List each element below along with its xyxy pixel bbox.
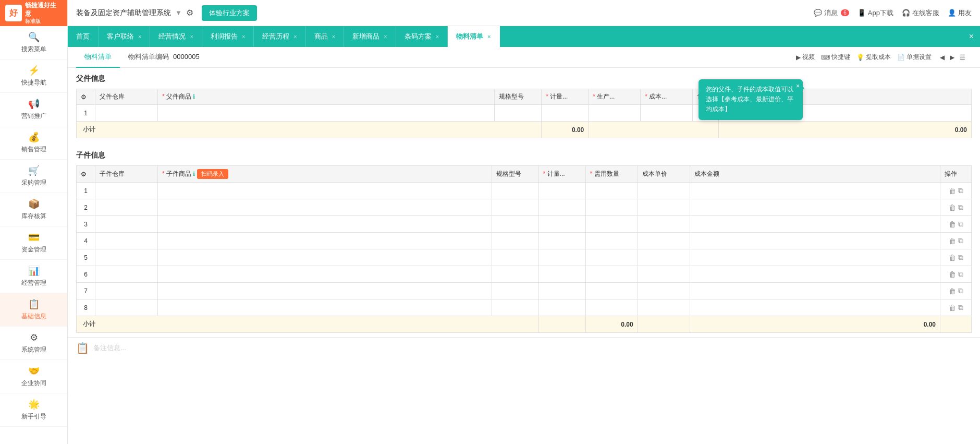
delete-btn[interactable]: 🗑 [949, 236, 956, 245]
parent-warehouse-cell[interactable] [95, 105, 158, 122]
child-amount-cell[interactable] [690, 249, 940, 266]
nav-tab-home[interactable]: 首页 [68, 26, 99, 47]
child-qty-cell[interactable] [585, 266, 638, 283]
sub-tab-bom-code[interactable]: 物料清单编码 0000005 [120, 47, 208, 68]
sidebar-item-system[interactable]: ⚙系统管理 [0, 327, 67, 360]
child-unit-price-cell[interactable] [638, 266, 690, 283]
sidebar-item-inventory[interactable]: 📦库存核算 [0, 193, 67, 226]
child-goods-cell[interactable] [158, 266, 492, 283]
child-warehouse-cell[interactable] [95, 183, 158, 199]
nav-menu-arrow[interactable]: ☰ [958, 53, 967, 62]
child-qty-cell[interactable] [585, 249, 638, 266]
child-amount-cell[interactable] [690, 216, 940, 233]
child-unit-price-cell[interactable] [638, 283, 690, 299]
child-amount-cell[interactable] [690, 266, 940, 283]
delete-btn[interactable]: 🗑 [949, 253, 956, 262]
nav-tab-operation[interactable]: 经营情况× [150, 26, 202, 47]
child-qty-cell[interactable] [585, 216, 638, 233]
video-item[interactable]: ▶ 视频 [796, 53, 815, 62]
copy-btn[interactable]: ⧉ [958, 186, 963, 195]
child-unit-cell[interactable] [538, 183, 585, 199]
parent-unit-cell[interactable] [542, 105, 589, 122]
child-unit-price-cell[interactable] [638, 249, 690, 266]
parent-spec-cell[interactable] [495, 105, 542, 122]
child-unit-cell[interactable] [538, 199, 585, 216]
child-warehouse-cell[interactable] [95, 299, 158, 316]
nav-tab-close-operation[interactable]: × [190, 33, 193, 40]
delete-btn[interactable]: 🗑 [949, 303, 956, 312]
notes-placeholder[interactable]: 备注信息... [93, 343, 126, 353]
copy-btn[interactable]: ⧉ [958, 286, 963, 295]
nav-tab-goods[interactable]: 商品× [306, 26, 344, 47]
child-spec-cell[interactable] [492, 199, 538, 216]
delete-btn[interactable]: 🗑 [949, 286, 956, 295]
child-goods-cell[interactable] [158, 283, 492, 299]
shortcut-item[interactable]: ⌨ 快捷键 [821, 53, 850, 62]
child-qty-cell[interactable] [585, 233, 638, 249]
copy-btn[interactable]: ⧉ [958, 253, 963, 262]
sidebar-item-search[interactable]: 🔍搜索菜单 [0, 26, 67, 59]
child-unit-cell[interactable] [538, 249, 585, 266]
sidebar-item-sales[interactable]: 💰销售管理 [0, 126, 67, 160]
child-amount-cell[interactable] [690, 283, 940, 299]
system-title-arrow[interactable]: ▼ [175, 9, 182, 17]
child-warehouse-cell[interactable] [95, 283, 158, 299]
nav-tab-close-barcode[interactable]: × [436, 33, 439, 40]
child-spec-cell[interactable] [492, 266, 538, 283]
sub-tab-bom-list[interactable]: 物料清单 [76, 47, 120, 68]
child-goods-cell[interactable] [158, 199, 492, 216]
nav-tab-barcode[interactable]: 条码方案× [396, 26, 448, 47]
child-unit-cell[interactable] [538, 299, 585, 316]
nav-tab-customer[interactable]: 客户联络× [99, 26, 150, 47]
child-warehouse-cell[interactable] [95, 249, 158, 266]
delete-btn[interactable]: 🗑 [949, 203, 956, 212]
nav-tab-close-profit[interactable]: × [242, 33, 245, 40]
child-goods-cell[interactable] [158, 299, 492, 316]
child-qty-cell[interactable] [585, 183, 638, 199]
child-unit-cell[interactable] [538, 233, 585, 249]
sidebar-item-basic_info[interactable]: 📋基础信息 [0, 293, 67, 327]
message-item[interactable]: 💬 消息 6 [814, 8, 849, 18]
nav-tabs-close-all[interactable]: × [963, 32, 980, 41]
child-spec-cell[interactable] [492, 249, 538, 266]
child-col-settings[interactable]: ⚙ [77, 166, 95, 183]
parent-cost-cell[interactable] [641, 105, 693, 122]
child-unit-price-cell[interactable] [638, 199, 690, 216]
child-goods-cell[interactable] [158, 233, 492, 249]
child-unit-price-cell[interactable] [638, 216, 690, 233]
user-item[interactable]: 👤 用友 [948, 8, 972, 18]
nav-tab-close-new_goods[interactable]: × [384, 33, 387, 40]
child-warehouse-cell[interactable] [95, 233, 158, 249]
child-amount-cell[interactable] [690, 199, 940, 216]
delete-btn[interactable]: 🗑 [949, 186, 956, 195]
child-unit-cell[interactable] [538, 266, 585, 283]
child-warehouse-cell[interactable] [95, 216, 158, 233]
sidebar-item-enterprise[interactable]: 🤝企业协同 [0, 360, 67, 393]
nav-tab-close-customer[interactable]: × [138, 33, 141, 40]
nav-left-arrow[interactable]: ◀ [938, 53, 947, 62]
child-unit-cell[interactable] [538, 283, 585, 299]
child-qty-cell[interactable] [585, 283, 638, 299]
nav-tab-history[interactable]: 经营历程× [254, 26, 305, 47]
cost-item[interactable]: 💡 提取成本 [856, 53, 891, 62]
tooltip-close-icon[interactable]: × [796, 81, 800, 91]
child-qty-cell[interactable] [585, 299, 638, 316]
child-warehouse-cell[interactable] [95, 266, 158, 283]
child-spec-cell[interactable] [492, 183, 538, 199]
copy-btn[interactable]: ⧉ [958, 236, 963, 245]
delete-btn[interactable]: 🗑 [949, 220, 956, 229]
settings-icon[interactable]: ⚙ [186, 8, 193, 18]
nav-tab-close-goods[interactable]: × [332, 33, 335, 40]
parent-col-settings[interactable]: ⚙ [77, 89, 95, 105]
copy-btn[interactable]: ⧉ [958, 220, 963, 229]
online-service-item[interactable]: 🎧 在线客服 [902, 8, 939, 18]
child-unit-price-cell[interactable] [638, 183, 690, 199]
sidebar-item-finance[interactable]: 💳资金管理 [0, 226, 67, 260]
sidebar-item-guide[interactable]: 🌟新手引导 [0, 393, 67, 427]
nav-tab-close-history[interactable]: × [293, 33, 297, 40]
child-spec-cell[interactable] [492, 216, 538, 233]
nav-tab-bom[interactable]: 物料清单× [448, 26, 499, 47]
copy-btn[interactable]: ⧉ [958, 270, 963, 279]
sidebar-item-purchase[interactable]: 🛒采购管理 [0, 160, 67, 193]
child-spec-cell[interactable] [492, 283, 538, 299]
